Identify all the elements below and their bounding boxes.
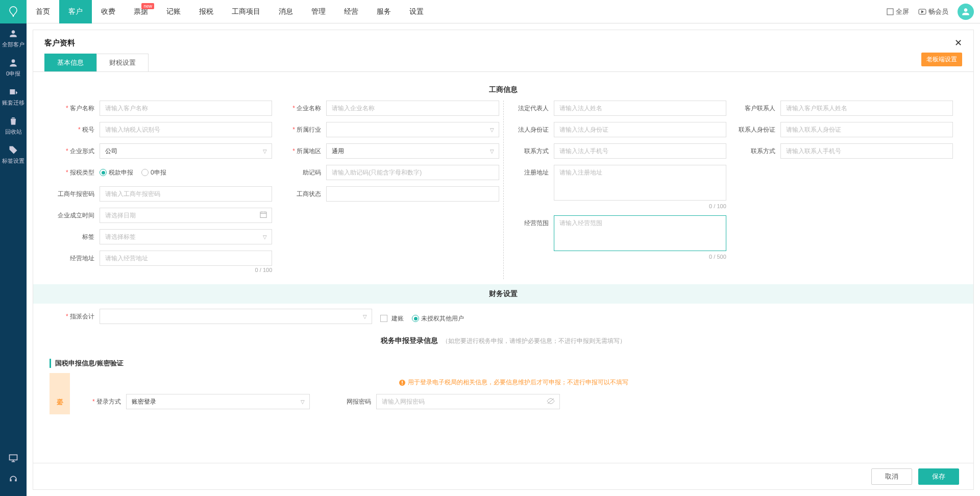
fullscreen-label: 全屏	[896, 7, 909, 16]
nav-invoice[interactable]: 票据new	[125, 0, 157, 23]
fullscreen-icon	[887, 8, 894, 15]
fullscreen-button[interactable]: 全屏	[887, 7, 909, 16]
svg-marker-2	[921, 10, 924, 13]
svg-rect-0	[887, 9, 893, 15]
nav-operate[interactable]: 经营	[335, 0, 368, 23]
member-label: 畅会员	[928, 7, 948, 16]
nav-charge[interactable]: 收费	[92, 0, 125, 23]
nav-home[interactable]: 首页	[27, 0, 59, 23]
nav-manage[interactable]: 管理	[302, 0, 335, 23]
nav-right: 全屏 畅会员	[887, 4, 974, 20]
nav-msg[interactable]: 消息	[270, 0, 302, 23]
badge-new: new	[141, 3, 154, 9]
nav-tax[interactable]: 报税	[190, 0, 223, 23]
nav-customer[interactable]: 客户	[59, 0, 92, 23]
avatar[interactable]	[958, 4, 974, 20]
logo	[0, 0, 27, 23]
member-button[interactable]: 畅会员	[918, 7, 948, 16]
nav-settings[interactable]: 设置	[400, 0, 433, 23]
nav-service[interactable]: 服务	[368, 0, 400, 23]
nav-bookkeep[interactable]: 记账	[157, 0, 190, 23]
nav-biz[interactable]: 工商项目	[223, 0, 270, 23]
top-nav: 首页 客户 收费 票据new 记账 报税 工商项目 消息 管理 经营 服务 设置…	[0, 0, 980, 23]
nav-items: 首页 客户 收费 票据new 记账 报税 工商项目 消息 管理 经营 服务 设置	[27, 0, 887, 23]
member-icon	[918, 9, 926, 15]
